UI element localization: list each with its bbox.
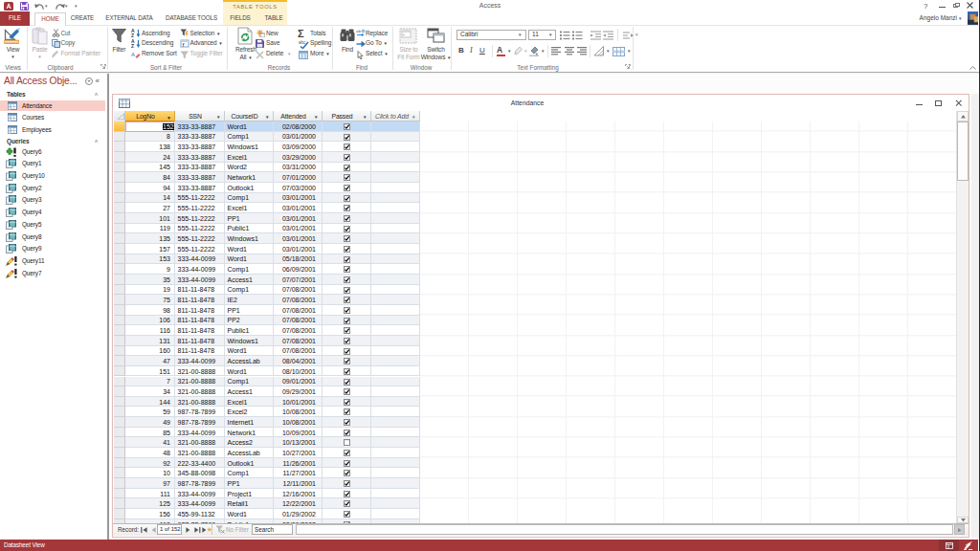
svg-text:A: A — [131, 52, 135, 57]
svg-text:ab: ab — [356, 29, 361, 33]
svg-text:abc: abc — [299, 40, 306, 45]
